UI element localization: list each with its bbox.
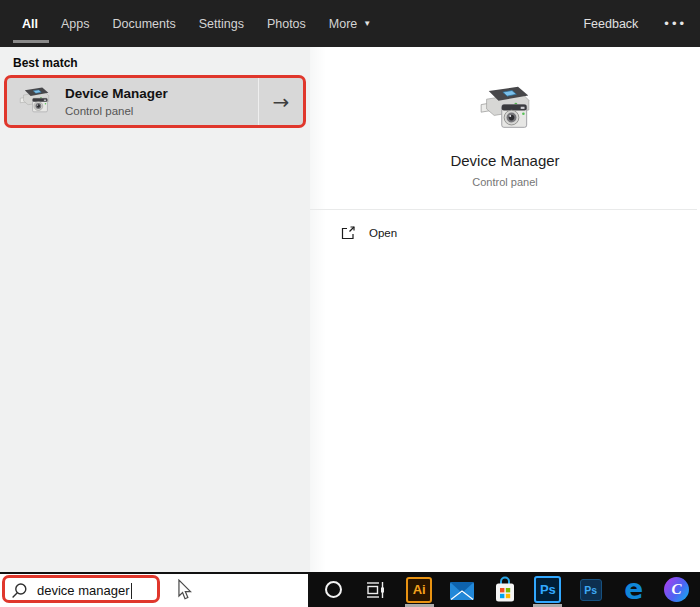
search-results-area: Best match [0,47,700,572]
search-filter-bar: All Apps Documents Settings Photos More … [0,0,700,47]
open-action-label: Open [369,227,397,239]
device-manager-icon [19,86,50,117]
edge-icon: e [624,576,643,604]
taskbar-button-edge[interactable]: e [612,572,655,607]
topbar-right-group: Feedback ••• [583,16,687,31]
highlight-annotation-best-match: Device Manager Control panel → [4,75,306,128]
taskbar-button-photoshop[interactable]: Ps [526,572,569,607]
c-app-letter: C [672,582,682,597]
tab-all[interactable]: All [22,0,38,47]
tab-apps[interactable]: Apps [61,0,90,47]
tab-documents-label: Documents [112,17,175,31]
best-match-result[interactable]: Device Manager Control panel → [7,78,303,125]
mail-icon [449,579,475,601]
device-manager-icon [479,84,531,136]
best-match-title: Device Manager [65,86,168,103]
taskbar-button-store[interactable] [484,572,527,607]
tab-settings-label: Settings [199,17,244,31]
taskbar-button-task-view[interactable] [355,572,398,607]
search-input-value: device manager [37,583,130,598]
tab-more[interactable]: More ▼ [329,0,371,47]
expand-result-arrow-button[interactable]: → [259,78,303,125]
store-icon [493,576,517,603]
best-match-text: Device Manager Control panel [65,86,168,117]
task-view-icon [365,579,387,601]
preview-divider [310,209,697,210]
filter-tabs: All Apps Documents Settings Photos More … [22,0,371,47]
tab-more-label: More [329,17,357,31]
tab-photos-label: Photos [267,17,306,31]
tab-all-label: All [22,17,38,31]
text-caret [131,583,133,599]
tab-documents[interactable]: Documents [112,0,175,47]
preview-panel: Device Manager Control panel Open [310,47,700,572]
search-input[interactable]: device manager [0,572,310,607]
photoshop-2-icon: Ps [580,579,602,601]
preview-subtitle: Control panel [310,176,700,188]
taskbar-area: device manager Ai [0,572,700,607]
open-window-icon [340,225,356,241]
illustrator-icon: Ai [406,577,432,603]
feedback-button[interactable]: Feedback [583,17,638,31]
taskbar-button-illustrator[interactable]: Ai [398,572,441,607]
taskbar-button-c-app[interactable]: C [655,572,698,607]
taskbar-button-mail[interactable] [441,572,484,607]
cortana-icon [325,581,342,598]
tab-settings[interactable]: Settings [199,0,244,47]
chevron-down-icon: ▼ [363,19,371,28]
windows-search-flyout: All Apps Documents Settings Photos More … [0,0,700,607]
results-list-panel: Best match [0,47,310,572]
best-match-subtitle: Control panel [65,105,168,117]
c-app-icon: C [664,577,689,602]
taskbar-button-cortana[interactable] [312,572,355,607]
taskbar-button-photoshop-2[interactable]: Ps [569,572,612,607]
photoshop-icon: Ps [534,576,561,603]
tab-apps-label: Apps [61,17,90,31]
open-action[interactable]: Open [340,225,397,241]
search-icon [10,582,28,600]
mouse-cursor-icon [177,579,193,601]
preview-title: Device Manager [310,152,700,169]
preview-header: Device Manager Control panel [310,47,700,188]
overflow-menu-icon[interactable]: ••• [664,16,687,31]
best-match-heading: Best match [13,56,310,70]
taskbar: Ai Ps [310,572,700,607]
tab-photos[interactable]: Photos [267,0,306,47]
